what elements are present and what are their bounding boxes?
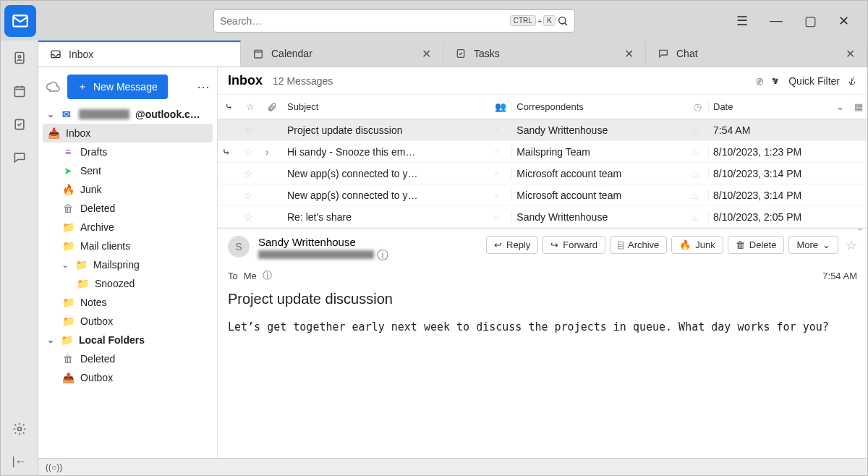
- close-icon[interactable]: ✕: [422, 47, 431, 61]
- folder-archive[interactable]: 📁Archive: [38, 218, 217, 237]
- junk-button[interactable]: 🔥Junk: [671, 236, 723, 254]
- maximize-button[interactable]: ▢: [804, 13, 817, 29]
- junk-icon: 🔥: [61, 184, 75, 195]
- chat-icon: [658, 48, 669, 59]
- delete-label: Delete: [749, 239, 777, 250]
- star-icon[interactable]: ☆: [239, 190, 261, 201]
- folder-label: Mailspring: [93, 259, 140, 271]
- folder-label: Deleted: [80, 353, 115, 365]
- close-button[interactable]: ✕: [838, 13, 849, 29]
- new-message-button[interactable]: ＋ New Message: [67, 75, 168, 99]
- thread-toggle[interactable]: ⤷: [218, 146, 239, 158]
- contact-icon[interactable]: ⓘ: [263, 269, 272, 282]
- minimize-button[interactable]: —: [770, 13, 783, 28]
- message-row[interactable]: ☆Project update discussion○Sandy Written…: [218, 119, 867, 141]
- folder-mailclients[interactable]: 📁Mail clients: [38, 237, 217, 255]
- quick-filter-icon[interactable]: [770, 75, 781, 87]
- tab-calendar[interactable]: Calendar ✕: [241, 41, 443, 67]
- row-subject: Re: let's share: [283, 211, 490, 223]
- message-row[interactable]: ⤷☆›Hi sandy - Snooze this em…○Mailspring…: [218, 141, 867, 163]
- col-star[interactable]: ☆: [239, 101, 261, 112]
- folder-snoozed[interactable]: 📁Snoozed: [38, 274, 217, 293]
- col-subject-label: Subject: [287, 101, 318, 112]
- activity-icon[interactable]: ((○)): [46, 462, 62, 472]
- folder-inbox[interactable]: 📥Inbox: [43, 124, 213, 143]
- message-row[interactable]: ☆New app(s) connected to y…○Microsoft ac…: [218, 163, 867, 184]
- folder-label: Snoozed: [95, 278, 135, 289]
- folder-outbox[interactable]: 📁Outbox: [38, 312, 217, 331]
- layout-icon[interactable]: ⫝̸: [847, 75, 857, 87]
- more-icon[interactable]: ⋯: [197, 79, 210, 95]
- more-label: More: [796, 239, 818, 250]
- col-subject[interactable]: Subject: [283, 101, 490, 112]
- local-folders-row[interactable]: ⌄ 📁 Local Folders: [38, 331, 217, 349]
- filter-toggle-icon[interactable]: ⎚: [757, 75, 762, 87]
- folder-icon: 📁: [76, 278, 89, 289]
- message-row[interactable]: ☆New app(s) connected to y…○Microsoft ac…: [218, 184, 867, 206]
- chevron-down-icon: ⌄: [822, 239, 830, 250]
- folder-deleted[interactable]: 🗑Deleted: [38, 199, 217, 218]
- tab-inbox[interactable]: Inbox: [38, 41, 241, 67]
- folder-icon: 📁: [61, 221, 75, 233]
- chevron-down-icon: ⌄: [836, 101, 844, 112]
- archive-button[interactable]: ⌸Archive: [610, 236, 667, 254]
- local-deleted[interactable]: 🗑Deleted: [38, 349, 217, 368]
- col-date-icon[interactable]: ◷: [686, 101, 708, 112]
- svg-point-3: [18, 56, 20, 58]
- col-correspondents-icon[interactable]: 👥: [490, 101, 511, 112]
- row-from: Microsoft account team: [511, 190, 686, 201]
- folder-label: Outbox: [80, 372, 113, 383]
- star-icon[interactable]: ☆: [239, 146, 261, 158]
- star-icon[interactable]: ☆: [846, 237, 857, 253]
- calendar-icon[interactable]: [12, 84, 27, 98]
- collapse-icon[interactable]: |←: [12, 455, 26, 468]
- hamburger-icon[interactable]: ☰: [736, 13, 748, 29]
- chat-icon[interactable]: [12, 150, 27, 165]
- contact-icon[interactable]: ⓘ: [377, 249, 388, 261]
- message-actions: ↩Reply ↪Forward ⌸Archive 🔥Junk 🗑Delete M…: [486, 236, 857, 254]
- reply-button[interactable]: ↩Reply: [486, 236, 538, 254]
- close-icon[interactable]: ✕: [846, 47, 855, 61]
- status-bar: ((○)): [38, 458, 867, 475]
- col-thread[interactable]: ⤷: [218, 101, 239, 112]
- forward-button[interactable]: ↪Forward: [542, 236, 605, 254]
- star-icon[interactable]: ☆: [239, 124, 261, 136]
- search-icon[interactable]: [557, 15, 569, 27]
- delete-button[interactable]: 🗑Delete: [728, 236, 785, 254]
- tab-chat[interactable]: Chat ✕: [646, 41, 867, 67]
- col-date-label: Date: [713, 101, 733, 112]
- message-row[interactable]: ☆Re: let's share○Sandy Writtenhouse♨8/10…: [218, 206, 867, 228]
- inbox-icon: 📥: [47, 127, 60, 139]
- folder-drafts[interactable]: ≡Drafts: [38, 143, 217, 161]
- folder-label: Notes: [80, 297, 107, 308]
- col-date[interactable]: Date⌄▦: [708, 101, 867, 112]
- expand-icon[interactable]: ›: [261, 146, 283, 158]
- close-icon[interactable]: ✕: [624, 47, 634, 61]
- star-icon[interactable]: ☆: [239, 211, 261, 223]
- folder-mailspring[interactable]: ⌄📁Mailspring: [38, 255, 217, 274]
- svg-rect-4: [14, 87, 24, 96]
- get-messages-icon[interactable]: [46, 80, 60, 94]
- search-input[interactable]: [220, 15, 509, 27]
- spaces-toolbar: |←: [1, 41, 38, 475]
- settings-icon[interactable]: [12, 422, 27, 436]
- quick-filter-label[interactable]: Quick Filter: [788, 75, 840, 87]
- account-row[interactable]: ⌄ ✉ @outlook.c…: [38, 105, 217, 124]
- tasks-icon[interactable]: [12, 117, 27, 132]
- redacted-email: [258, 250, 374, 259]
- global-search[interactable]: CTRL + K: [213, 9, 575, 33]
- column-picker-icon[interactable]: ▦: [854, 101, 863, 112]
- col-correspondents[interactable]: Correspondents: [511, 101, 686, 112]
- mail-icon: ✉: [60, 109, 73, 120]
- col-attachment[interactable]: [261, 102, 283, 112]
- star-icon[interactable]: ☆: [239, 168, 261, 179]
- addressbook-icon[interactable]: [12, 51, 27, 65]
- local-outbox[interactable]: 📤Outbox: [38, 368, 217, 387]
- folder-notes[interactable]: 📁Notes: [38, 293, 217, 312]
- collapse-header-icon[interactable]: ⌃: [856, 227, 863, 237]
- folder-junk[interactable]: 🔥Junk: [38, 180, 217, 199]
- row-from: Sandy Writtenhouse: [511, 211, 686, 223]
- folder-sent[interactable]: ➤Sent: [38, 161, 217, 180]
- more-button[interactable]: More⌄: [788, 236, 838, 254]
- tab-tasks[interactable]: Tasks ✕: [443, 41, 646, 67]
